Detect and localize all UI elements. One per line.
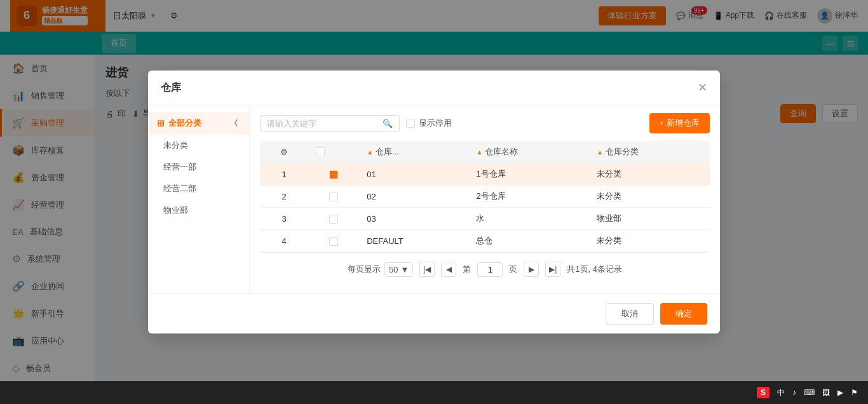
td-name: 总仓 — [468, 230, 589, 252]
table-area: 🔍 显示停用 + 新增仓库 ⚙ — [250, 105, 720, 293]
cat-unclassified-label: 未分类 — [163, 140, 188, 150]
modal-close-btn[interactable]: ✕ — [698, 81, 707, 95]
show-disabled-checkbox[interactable] — [406, 119, 415, 128]
page-input[interactable] — [477, 262, 503, 277]
search-icon[interactable]: 🔍 — [383, 119, 393, 128]
status-audio[interactable]: ♪ — [792, 388, 796, 397]
table-row[interactable]: 4 DEFAULT 总仓 未分类 — [260, 230, 710, 252]
per-page-value: 50 — [389, 265, 398, 274]
next-page-btn[interactable]: ▶ — [524, 262, 539, 277]
first-page-btn[interactable]: |◀ — [419, 262, 435, 277]
status-bar: S 中 ♪ ⌨ 🖼 ▶ ⚑ — [0, 381, 868, 404]
td-code: 01 — [359, 163, 468, 185]
td-checkbox[interactable] — [308, 163, 359, 185]
th-checkbox — [308, 141, 359, 163]
search-input[interactable] — [267, 119, 379, 128]
modal-body: ⊞ 全部分类 《 未分类 经营一部 经营二部 物业部 — [148, 105, 720, 293]
td-category: 物业部 — [589, 208, 710, 230]
td-index: 3 — [260, 208, 308, 230]
show-disabled-toggle[interactable]: 显示停用 — [406, 118, 452, 129]
th-category: ▲ 仓库分类 — [589, 141, 710, 163]
status-flag[interactable]: ⚑ — [851, 388, 858, 397]
th-name: ▲ 仓库名称 — [468, 141, 589, 163]
th-code-label: 仓库... — [376, 146, 399, 158]
table-scroll: ⚙ ▲ 仓库... — [260, 141, 710, 252]
pagination: 每页显示 50 ▼ |◀ ◀ 第 页 ▶ ▶| 共1页, 4条记录 — [260, 252, 710, 286]
td-checkbox[interactable] — [308, 230, 359, 252]
table-row[interactable]: 2 02 2号仓库 未分类 — [260, 185, 710, 208]
td-name: 水 — [468, 208, 589, 230]
confirm-btn[interactable]: 确定 — [660, 303, 707, 325]
sort-icon-category: ▲ — [597, 149, 603, 156]
status-keyboard[interactable]: ⌨ — [804, 388, 815, 397]
modal-overlay: 仓库 ✕ ⊞ 全部分类 《 未分类 经营一部 经营二部 — [0, 0, 868, 404]
table-body: 1 01 1号仓库 未分类 2 02 2号仓库 未分类 3 03 水 物业部 4… — [260, 163, 710, 252]
per-page-select[interactable]: 50 ▼ — [384, 262, 413, 277]
td-index: 2 — [260, 185, 308, 208]
cat-all-label: 全部分类 — [168, 118, 201, 129]
table-header-row: ⚙ ▲ 仓库... — [260, 141, 710, 163]
status-lang[interactable]: 中 — [777, 387, 785, 398]
table-header: ⚙ ▲ 仓库... — [260, 141, 710, 163]
prev-page-btn[interactable]: ◀ — [441, 262, 456, 277]
td-code: DEFAULT — [359, 230, 468, 252]
sort-icon-name: ▲ — [476, 149, 482, 156]
th-name-label: 仓库名称 — [485, 146, 518, 158]
cat-item-property[interactable]: 物业部 — [148, 199, 249, 221]
s-logo: S — [757, 387, 770, 398]
cat-collapse-btn[interactable]: 《 — [227, 117, 240, 130]
td-name: 2号仓库 — [468, 185, 589, 208]
grid-icon: ⊞ — [157, 118, 165, 128]
per-page-label: 每页显示 — [348, 264, 381, 275]
td-index: 1 — [260, 163, 308, 185]
modal-footer: 取消 确定 — [148, 293, 720, 333]
th-category-label: 仓库分类 — [606, 146, 639, 158]
per-page-dropdown-icon: ▼ — [400, 265, 409, 274]
th-gear: ⚙ — [260, 141, 308, 163]
select-all-checkbox[interactable] — [316, 147, 325, 156]
status-play[interactable]: ▶ — [837, 388, 843, 397]
td-name: 1号仓库 — [468, 163, 589, 185]
modal-title: 仓库 — [161, 81, 181, 95]
td-checkbox[interactable] — [308, 208, 359, 230]
page-unit: 页 — [509, 264, 517, 275]
search-input-wrap: 🔍 — [260, 115, 400, 132]
cancel-btn[interactable]: 取消 — [606, 303, 654, 325]
cat-item-dept1[interactable]: 经营一部 — [148, 156, 249, 178]
td-index: 4 — [260, 230, 308, 252]
search-bar: 🔍 显示停用 + 新增仓库 — [260, 113, 710, 133]
cat-item-unclassified[interactable]: 未分类 — [148, 135, 249, 156]
cat-dept2-label: 经营二部 — [163, 184, 196, 193]
th-code: ▲ 仓库... — [359, 141, 468, 163]
modal-header: 仓库 ✕ — [148, 71, 720, 105]
td-category: 未分类 — [589, 163, 710, 185]
category-sidebar: ⊞ 全部分类 《 未分类 经营一部 经营二部 物业部 — [148, 105, 250, 293]
td-category: 未分类 — [589, 185, 710, 208]
td-checkbox[interactable] — [308, 185, 359, 208]
last-page-btn[interactable]: ▶| — [545, 262, 560, 277]
td-code: 03 — [359, 208, 468, 230]
table-row[interactable]: 3 03 水 物业部 — [260, 208, 710, 230]
cat-all-header[interactable]: ⊞ 全部分类 《 — [148, 112, 249, 135]
status-screen[interactable]: 🖼 — [822, 388, 830, 397]
cat-property-label: 物业部 — [163, 205, 188, 215]
page-label: 第 — [463, 264, 471, 275]
cat-dept1-label: 经营一部 — [163, 162, 196, 172]
td-category: 未分类 — [589, 230, 710, 252]
td-code: 02 — [359, 185, 468, 208]
cat-item-dept2[interactable]: 经营二部 — [148, 178, 249, 199]
table-row[interactable]: 1 01 1号仓库 未分类 — [260, 163, 710, 185]
warehouse-modal: 仓库 ✕ ⊞ 全部分类 《 未分类 经营一部 经营二部 — [148, 71, 720, 333]
add-warehouse-btn[interactable]: + 新增仓库 — [649, 113, 710, 133]
page-size-area: 每页显示 50 ▼ — [348, 262, 413, 277]
show-disabled-label: 显示停用 — [419, 118, 452, 129]
total-info: 共1页, 4条记录 — [567, 264, 622, 275]
sort-icon-code: ▲ — [367, 149, 373, 156]
warehouse-table: ⚙ ▲ 仓库... — [260, 141, 710, 252]
